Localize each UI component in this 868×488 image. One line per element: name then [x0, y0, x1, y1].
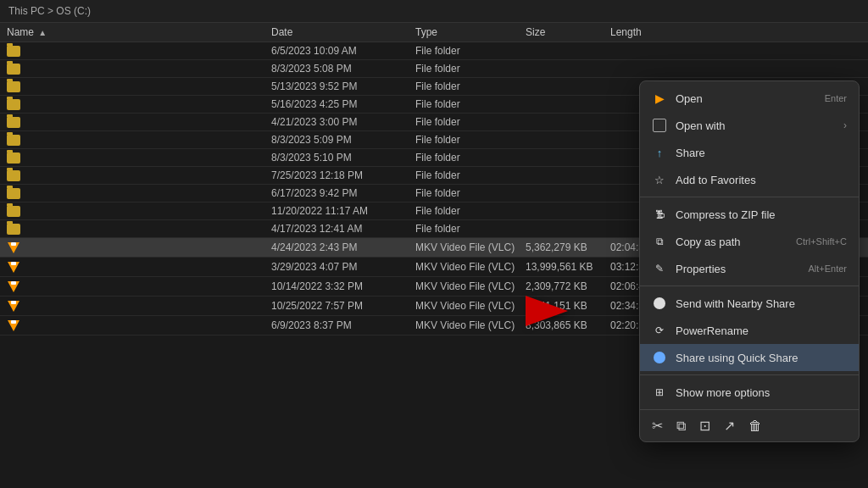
- context-menu: ▶ Open Enter Open with › ↑ Share ☆ Add t…: [639, 80, 860, 442]
- row-size: 2,309,772 KB: [526, 280, 610, 292]
- toolbar-icon-1[interactable]: ⧉: [676, 419, 686, 434]
- menu-icon-container: [652, 296, 667, 311]
- menu-item-nearby-share[interactable]: Send with Nearby Share: [640, 290, 859, 317]
- row-date: 10/25/2022 7:57 PM: [271, 300, 415, 312]
- table-row[interactable]: 6/5/2023 10:09 AM File folder: [0, 42, 868, 60]
- header-length[interactable]: Length: [610, 26, 678, 38]
- menu-item-open[interactable]: ▶ Open Enter: [640, 85, 859, 112]
- open-with-icon: [653, 119, 666, 132]
- row-type: File folder: [415, 205, 526, 217]
- red-arrow-indicator: [526, 296, 568, 326]
- row-type: File folder: [415, 98, 526, 110]
- row-type: File folder: [415, 116, 526, 128]
- vlc-menu-icon: ▶: [655, 92, 665, 105]
- menu-item-properties[interactable]: ✎ Properties Alt+Enter: [640, 255, 859, 282]
- row-name: [0, 260, 271, 274]
- menu-label: Share: [676, 147, 705, 159]
- menu-label: Share using Quick Share: [676, 352, 798, 364]
- row-size: 13,999,561 KB: [526, 261, 610, 273]
- row-name: [0, 241, 271, 254]
- more-icon: ⊞: [655, 386, 664, 398]
- menu-divider: [640, 286, 859, 286]
- folder-icon: [7, 64, 20, 75]
- menu-item-share[interactable]: ↑ Share: [640, 139, 859, 166]
- row-date: 8/3/2023 5:08 PM: [271, 63, 415, 75]
- row-name: [0, 299, 271, 313]
- row-size: 5,362,279 KB: [526, 241, 610, 253]
- row-type: File folder: [415, 152, 526, 164]
- table-header: Name ▲ Date Type Size Length: [0, 23, 868, 42]
- menu-item-open-with[interactable]: Open with ›: [640, 112, 859, 139]
- row-date: 5/13/2023 9:52 PM: [271, 80, 415, 92]
- vlc-icon: [7, 241, 20, 254]
- folder-icon: [7, 188, 20, 199]
- menu-icon-container: ☆: [652, 172, 667, 187]
- row-name: [0, 206, 271, 217]
- folder-icon: [7, 117, 20, 128]
- menu-arrow: ›: [843, 119, 847, 131]
- menu-icon-container: ⧉: [652, 234, 667, 249]
- row-date: 11/20/2022 11:17 AM: [271, 205, 415, 217]
- row-name: [0, 117, 271, 128]
- menu-icon-container: [652, 118, 667, 133]
- row-date: 7/25/2023 12:18 PM: [271, 169, 415, 181]
- menu-shortcut: Alt+Enter: [808, 263, 847, 274]
- folder-icon: [7, 46, 20, 57]
- row-date: 4/24/2023 2:43 PM: [271, 241, 415, 253]
- menu-item-power-rename[interactable]: ⟳ PowerRename: [640, 317, 859, 344]
- menu-item-more-options[interactable]: ⊞ Show more options: [640, 379, 859, 406]
- header-type[interactable]: Type: [415, 26, 526, 38]
- row-name: [0, 99, 271, 110]
- rename-icon: ⟳: [655, 324, 664, 336]
- row-name: [0, 46, 271, 57]
- header-name[interactable]: Name ▲: [0, 26, 271, 38]
- row-date: 4/17/2023 12:41 AM: [271, 223, 415, 235]
- menu-icon-container: [652, 350, 667, 365]
- menu-label: Compress to ZIP file: [676, 208, 776, 221]
- header-date[interactable]: Date: [271, 26, 415, 38]
- menu-label: Copy as path: [676, 236, 741, 248]
- vlc-icon: [7, 260, 20, 274]
- menu-label: PowerRename: [676, 324, 748, 337]
- menu-icon-container: ⟳: [652, 323, 667, 338]
- row-type: File folder: [415, 45, 526, 57]
- menu-item-add-favorites[interactable]: ☆ Add to Favorites: [640, 166, 859, 193]
- nearby-icon: [654, 297, 665, 309]
- zip-icon: 🗜: [655, 209, 665, 219]
- menu-item-quick-share[interactable]: Share using Quick Share: [640, 344, 859, 371]
- row-name: [0, 319, 271, 332]
- folder-icon: [7, 170, 20, 181]
- menu-icon-container: ▶: [652, 91, 667, 106]
- breadcrumb: This PC > OS (C:): [0, 0, 868, 23]
- menu-icon-container: 🗜: [652, 207, 667, 222]
- star-icon: ☆: [654, 174, 665, 186]
- folder-icon: [7, 99, 20, 110]
- menu-label: Add to Favorites: [676, 174, 756, 186]
- folder-icon: [7, 206, 20, 217]
- header-size[interactable]: Size: [526, 26, 610, 38]
- toolbar-icon-4[interactable]: 🗑: [748, 419, 762, 434]
- toolbar-icon-0[interactable]: ✂: [652, 418, 663, 434]
- share-icon: ↑: [657, 147, 663, 159]
- menu-item-copy-path[interactable]: ⧉ Copy as path Ctrl+Shift+C: [640, 228, 859, 255]
- menu-label: Properties: [676, 263, 726, 275]
- row-name: [0, 170, 271, 181]
- row-date: 10/14/2022 3:32 PM: [271, 280, 415, 292]
- toolbar-icon-2[interactable]: ⊡: [699, 418, 710, 434]
- row-date: 5/16/2023 4:25 PM: [271, 98, 415, 110]
- row-date: 6/5/2023 10:09 AM: [271, 45, 415, 57]
- menu-label: Send with Nearby Share: [676, 297, 795, 310]
- menu-item-compress-zip[interactable]: 🗜 Compress to ZIP file: [640, 201, 859, 228]
- row-type: MKV Video File (VLC): [415, 300, 526, 312]
- row-name: [0, 135, 271, 146]
- row-type: File folder: [415, 187, 526, 199]
- menu-shortcut: Ctrl+Shift+C: [796, 236, 847, 247]
- menu-divider: [640, 197, 859, 197]
- row-name: [0, 81, 271, 92]
- menu-icon-container: ⊞: [652, 385, 667, 400]
- row-type: File folder: [415, 80, 526, 92]
- table-row[interactable]: 8/3/2023 5:08 PM File folder: [0, 60, 868, 78]
- vlc-icon: [7, 280, 20, 293]
- row-date: 4/21/2023 3:00 PM: [271, 116, 415, 128]
- toolbar-icon-3[interactable]: ↗: [724, 418, 735, 434]
